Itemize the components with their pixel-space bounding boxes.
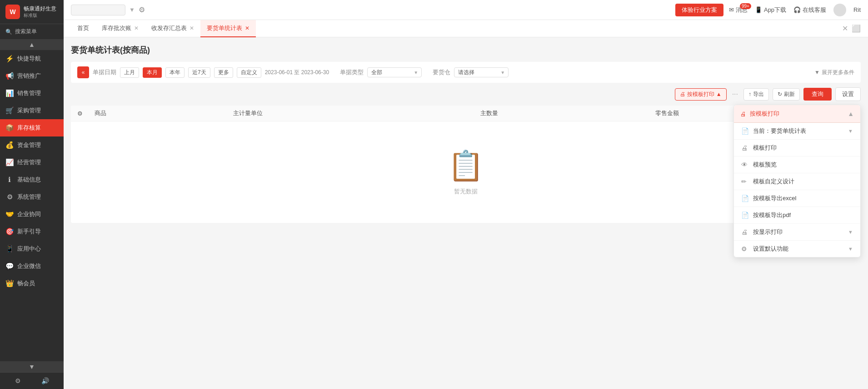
dropdown-template-excel[interactable]: 📄 按模板导出excel (734, 190, 860, 207)
logo-icon: W (5, 5, 20, 19)
sidebar-item-search[interactable]: 🔍 搜索菜单 (0, 24, 64, 39)
tab-batch-ledger-close[interactable]: ✕ (134, 25, 139, 31)
template-print-icon: 🖨 (741, 144, 748, 152)
current-template-icon: 📄 (741, 127, 748, 135)
order-type-select[interactable]: 全部 采购单 销售单 (367, 67, 422, 77)
sidebar-item-guide[interactable]: 🎯 新手引导 (0, 223, 64, 240)
goods-warehouse-select[interactable]: 请选择 (454, 67, 509, 77)
query-btn[interactable]: 查询 (803, 88, 832, 101)
dropdown-set-default[interactable]: ⚙ 设置默认功能 ▼ (734, 241, 860, 257)
footer-settings-icon[interactable]: ⚙ (15, 377, 21, 384)
sidebar-item-quick-nav[interactable]: ⚡ 快捷导航 (0, 50, 64, 67)
sidebar-item-enterprise[interactable]: 🤝 企业协同 (0, 206, 64, 223)
dropdown-template-design[interactable]: ✏ 模板自定义设计 (734, 173, 860, 190)
sidebar-item-wechat[interactable]: 💬 企业微信 (0, 258, 64, 275)
col-checkbox: ⚙ (71, 106, 89, 121)
tab-order-stats-close[interactable]: ✕ (245, 25, 249, 31)
display-print-icon: 🖨 (741, 228, 748, 236)
sidebar-item-basic-info[interactable]: ℹ 基础信息 (0, 171, 64, 188)
goods-label: 要货仓 (433, 68, 450, 76)
template-excel-icon: 📄 (741, 195, 748, 202)
print-dropdown-panel: 🖨 按模板打印 ▲ 📄 当前：要货单统计表 ▼ 🖨 模板打印 👁 模板预览 (733, 105, 861, 258)
refresh-btn[interactable]: ↻ 刷新 (773, 88, 800, 101)
empty-text: 暂无数据 (454, 187, 478, 196)
avatar[interactable] (833, 4, 846, 16)
sidebar-footer: ⚙ 🔊 (0, 372, 64, 389)
inventory-icon: 📦 (5, 124, 14, 132)
more-actions-icon[interactable]: ··· (730, 90, 740, 98)
topbar-dropdown-icon[interactable]: ▼ (129, 6, 135, 13)
filter-date-more[interactable]: 更多 (214, 67, 233, 78)
filter-date-7days[interactable]: 近7天 (188, 67, 210, 78)
dropdown-printer-icon: 🖨 (740, 111, 746, 117)
filter-date-last-month[interactable]: 上月 (120, 67, 139, 78)
dropdown-display-print[interactable]: 🖨 按显示打印 ▼ (734, 224, 860, 241)
trial-btn[interactable]: 体验行业方案 (675, 4, 723, 16)
tab-restore-icon[interactable]: ⬜ (852, 24, 861, 33)
sidebar-item-purchase[interactable]: 🛒 采购管理 (0, 102, 64, 119)
operations-icon: 📈 (5, 158, 14, 167)
tab-close-all-icon[interactable]: ✕ (842, 24, 848, 33)
dropdown-current-template[interactable]: 📄 当前：要货单统计表 ▼ (734, 123, 860, 140)
export-icon: ↑ (748, 91, 751, 97)
guide-icon: 🎯 (5, 227, 14, 236)
refresh-icon: ↻ (778, 91, 782, 97)
date-label: 单据日期 (93, 68, 116, 76)
col-unit: 主计量单位 (228, 106, 475, 121)
footer-audio-icon[interactable]: 🔊 (41, 377, 49, 384)
settings-gear-icon[interactable]: ⚙ (77, 110, 83, 117)
expand-more-btn[interactable]: ▼ 展开更多条件 (814, 69, 854, 76)
tab-receipt-summary-close[interactable]: ✕ (190, 25, 194, 31)
order-type-label: 单据类型 (340, 68, 364, 76)
topbar-breadcrumb: ▼ ⚙ (71, 5, 670, 15)
sidebar-item-app-center[interactable]: 📱 应用中心 (0, 240, 64, 258)
tab-home[interactable]: 首页 (71, 20, 95, 37)
app-center-icon: 📱 (5, 245, 14, 253)
print-btn[interactable]: 🖨 按模板打印 ▲ (675, 88, 727, 101)
action-buttons: 🖨 按模板打印 ▲ ··· ↑ 导出 ↻ 刷新 查询 设置 (675, 87, 861, 101)
topbar-settings-icon[interactable]: ⚙ (139, 5, 145, 14)
printer-icon: 🖨 (680, 91, 685, 97)
tab-batch-ledger[interactable]: 库存批次账 ✕ (95, 20, 145, 37)
filter-date-this-year[interactable]: 本年 (165, 67, 185, 78)
dropdown-template-preview[interactable]: 👁 模板预览 (734, 157, 860, 173)
settings-btn[interactable]: 设置 (835, 87, 861, 101)
marketing-icon: 📢 (5, 72, 14, 80)
app-logo: W 畅康通好生意 标准版 (0, 0, 64, 24)
page-title: 要货单统计表(按商品) (71, 45, 861, 56)
sales-icon: 📊 (5, 89, 14, 97)
tab-receipt-summary[interactable]: 收发存汇总表 ✕ (145, 20, 200, 37)
messages-btn[interactable]: ✉ 消息 99+ (729, 6, 748, 14)
export-btn[interactable]: ↑ 导出 (743, 88, 769, 101)
sidebar-item-inventory[interactable]: 📦 库存核算 (0, 119, 64, 136)
tab-order-stats[interactable]: 要货单统计表 ✕ (200, 20, 256, 37)
sidebar-item-operations[interactable]: 📈 经营管理 (0, 154, 64, 171)
filter-date-custom[interactable]: 自定义 (237, 67, 261, 78)
topbar-search-input[interactable] (71, 5, 125, 15)
sidebar-item-system[interactable]: ⚙ 系统管理 (0, 188, 64, 206)
filter-bar: « 单据日期 上月 本月 本年 近7天 更多 自定义 2023-06-01 至 … (71, 62, 861, 83)
sidebar-item-marketing[interactable]: 📢 营销推广 (0, 67, 64, 85)
sidebar: W 畅康通好生意 标准版 🔍 搜索菜单 ▲ ⚡ 快捷导航 📢 营销推广 📊 销售… (0, 0, 64, 389)
dropdown-close-btn[interactable]: ▲ (848, 110, 854, 117)
app-download-btn[interactable]: 📱 App下载 (755, 6, 786, 14)
template-pdf-icon: 📄 (741, 212, 748, 219)
phone-icon: 📱 (755, 6, 762, 13)
app-name: 畅康通好生意 标准版 (24, 5, 56, 19)
empty-icon: 📋 (448, 149, 484, 183)
basic-info-icon: ℹ (5, 176, 14, 184)
member-icon: 👑 (5, 279, 14, 288)
purchase-icon: 🛒 (5, 106, 14, 115)
sidebar-item-finance[interactable]: 💰 资金管理 (0, 136, 64, 154)
dropdown-header-left: 🖨 按模板打印 (740, 110, 779, 118)
dropdown-template-print[interactable]: 🖨 模板打印 (734, 140, 860, 157)
filter-expand-btn[interactable]: « (77, 66, 89, 78)
filter-date-this-month[interactable]: 本月 (143, 67, 162, 78)
message-icon: ✉ (729, 6, 734, 13)
sidebar-item-sales[interactable]: 📊 销售管理 (0, 85, 64, 102)
online-service-btn[interactable]: 🎧 在线客服 (793, 6, 826, 14)
scroll-up-btn[interactable]: ▲ (0, 39, 64, 50)
sidebar-item-member[interactable]: 👑 畅会员 (0, 275, 64, 292)
dropdown-template-pdf[interactable]: 📄 按模板导出pdf (734, 207, 860, 224)
scroll-down-btn[interactable]: ▼ (0, 361, 64, 372)
